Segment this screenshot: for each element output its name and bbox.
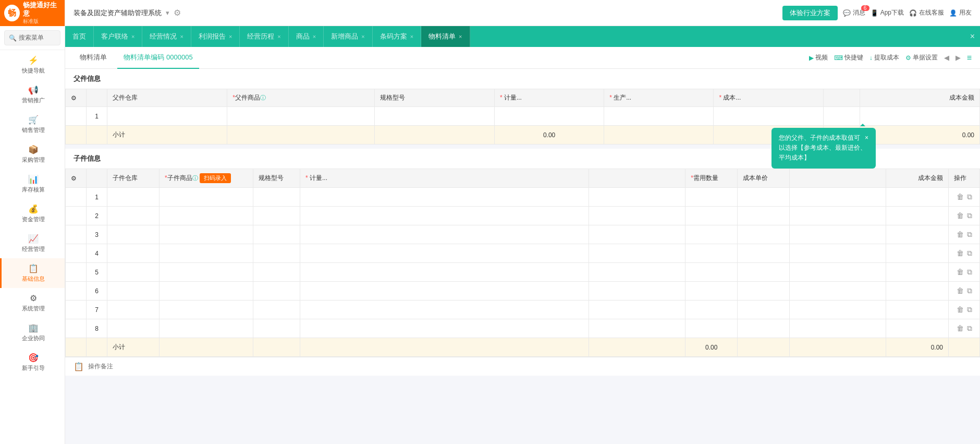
sidebar-item-system[interactable]: ⚙ 系统管理 [0, 288, 65, 318]
child-row-spec-2[interactable] [253, 225, 300, 244]
tab-bom-close[interactable]: × [459, 33, 462, 40]
child-row-need-qty-0[interactable] [685, 188, 738, 207]
parent-row-qty[interactable] [494, 107, 604, 126]
child-row-need-qty-7[interactable] [685, 319, 738, 338]
copy-icon-1[interactable]: ⧉ [967, 211, 972, 220]
sidebar-item-enterprise[interactable]: 🏢 企业协同 [0, 318, 65, 347]
tab-profit[interactable]: 利润报告 × [191, 26, 240, 47]
parent-row-goods[interactable] [227, 107, 375, 126]
child-row-spec-0[interactable] [253, 188, 300, 207]
delete-icon-5[interactable]: 🗑 [957, 286, 964, 295]
tab-new-goods[interactable]: 新增商品 × [324, 26, 372, 47]
tab-home[interactable]: 首页 [65, 26, 94, 47]
child-row-unit-cost-3[interactable] [738, 244, 790, 263]
app-download-item[interactable]: 📱 App下载 [871, 8, 904, 17]
settings-icon[interactable]: ⚙ [174, 8, 181, 18]
child-row-goods-0[interactable] [160, 188, 253, 207]
action-shortcut[interactable]: ⌨ 快捷键 [834, 53, 863, 62]
delete-icon-6[interactable]: 🗑 [957, 305, 964, 314]
search-button[interactable]: 🔍 搜索菜单 [4, 30, 60, 45]
child-row-warehouse-7[interactable] [107, 319, 160, 338]
child-row-spec-1[interactable] [253, 207, 300, 225]
online-service-item[interactable]: 🎧 在线客服 [909, 8, 944, 17]
child-row-need-qty-4[interactable] [685, 263, 738, 282]
sidebar-item-inventory[interactable]: 📊 库存核算 [0, 169, 65, 199]
sidebar-search[interactable]: 🔍 搜索菜单 [0, 26, 65, 50]
child-row-spec-4[interactable] [253, 263, 300, 282]
sidebar-item-basic-info[interactable]: 📋 基础信息 [0, 258, 65, 288]
tab-operation-close[interactable]: × [180, 33, 183, 40]
child-row-qty-7[interactable] [300, 319, 589, 338]
tab-profit-close[interactable]: × [229, 33, 232, 40]
delete-icon-0[interactable]: 🗑 [957, 193, 964, 201]
child-row-unit-cost-6[interactable] [738, 301, 790, 319]
tab-barcode[interactable]: 条码方案 × [373, 26, 421, 47]
delete-icon-2[interactable]: 🗑 [957, 230, 964, 239]
parent-row-cost[interactable] [714, 107, 823, 126]
child-row-goods-4[interactable] [160, 263, 253, 282]
child-row-need-qty-5[interactable] [685, 282, 738, 301]
tabs-close-all[interactable]: × [965, 32, 980, 41]
tab-history-close[interactable]: × [277, 33, 280, 40]
child-row-goods-3[interactable] [160, 244, 253, 263]
user-item[interactable]: 👤 用友 [949, 8, 972, 17]
sidebar-item-quick-nav[interactable]: ⚡ 快捷导航 [0, 50, 65, 80]
parent-row-warehouse[interactable] [107, 107, 227, 126]
copy-icon-6[interactable]: ⧉ [967, 305, 972, 314]
child-row-unit-cost-7[interactable] [738, 319, 790, 338]
tab-barcode-close[interactable]: × [410, 33, 413, 40]
grid-view-icon[interactable]: ≡ [967, 53, 972, 63]
parent-row-produce[interactable] [604, 107, 714, 126]
delete-icon-1[interactable]: 🗑 [957, 211, 964, 220]
action-settings[interactable]: ⚙ 单据设置 [905, 53, 938, 62]
tab-history[interactable]: 经营历程 × [240, 26, 288, 47]
child-row-spec-5[interactable] [253, 282, 300, 301]
child-row-goods-2[interactable] [160, 225, 253, 244]
try-button[interactable]: 体验行业方案 [782, 6, 838, 20]
tab-goods-close[interactable]: × [313, 33, 316, 40]
child-row-warehouse-6[interactable] [107, 301, 160, 319]
tab-operation[interactable]: 经营情况 × [142, 26, 191, 47]
sub-tab-list[interactable]: 物料清单 [74, 47, 113, 69]
child-row-goods-7[interactable] [160, 319, 253, 338]
child-row-goods-1[interactable] [160, 207, 253, 225]
delete-icon-7[interactable]: 🗑 [957, 324, 964, 333]
tab-customer[interactable]: 客户联络 × [94, 26, 142, 47]
child-row-unit-cost-0[interactable] [738, 188, 790, 207]
action-view[interactable]: ▶ 视频 [809, 53, 828, 62]
child-row-unit-cost-5[interactable] [738, 282, 790, 301]
child-row-goods-6[interactable] [160, 301, 253, 319]
child-row-unit-cost-4[interactable] [738, 263, 790, 282]
tooltip-close[interactable]: × [865, 133, 868, 143]
tab-customer-close[interactable]: × [131, 33, 134, 40]
copy-icon-4[interactable]: ⧉ [967, 268, 972, 277]
sidebar-item-operation-mgmt[interactable]: 📈 经营管理 [0, 229, 65, 258]
child-row-need-qty-6[interactable] [685, 301, 738, 319]
child-row-spec-6[interactable] [253, 301, 300, 319]
dropdown-arrow-icon[interactable]: ▾ [166, 9, 169, 17]
copy-icon-5[interactable]: ⧉ [967, 286, 972, 295]
child-row-qty-6[interactable] [300, 301, 589, 319]
child-row-warehouse-5[interactable] [107, 282, 160, 301]
child-row-need-qty-1[interactable] [685, 207, 738, 225]
child-row-unit-cost-2[interactable] [738, 225, 790, 244]
nav-left-icon[interactable]: ◀ [944, 54, 949, 62]
nav-right-icon[interactable]: ▶ [956, 54, 961, 62]
tab-goods[interactable]: 商品 × [289, 26, 324, 47]
child-row-unit-cost-1[interactable] [738, 207, 790, 225]
child-row-qty-1[interactable] [300, 207, 589, 225]
child-row-goods-5[interactable] [160, 282, 253, 301]
child-col-settings[interactable]: ⚙ [66, 169, 87, 188]
sub-tab-detail[interactable]: 物料清单编码 0000005 [117, 47, 199, 69]
parent-col-settings[interactable]: ⚙ [66, 89, 87, 107]
child-row-need-qty-2[interactable] [685, 225, 738, 244]
delete-icon-3[interactable]: 🗑 [957, 249, 964, 258]
child-row-qty-3[interactable] [300, 244, 589, 263]
child-row-warehouse-1[interactable] [107, 207, 160, 225]
copy-icon-0[interactable]: ⧉ [967, 193, 972, 201]
copy-icon-2[interactable]: ⧉ [967, 230, 972, 239]
action-cost[interactable]: ↓ 提取成本 [869, 53, 899, 62]
child-row-qty-4[interactable] [300, 263, 589, 282]
scan-button[interactable]: 扫码录入 [200, 173, 231, 183]
child-row-warehouse-2[interactable] [107, 225, 160, 244]
